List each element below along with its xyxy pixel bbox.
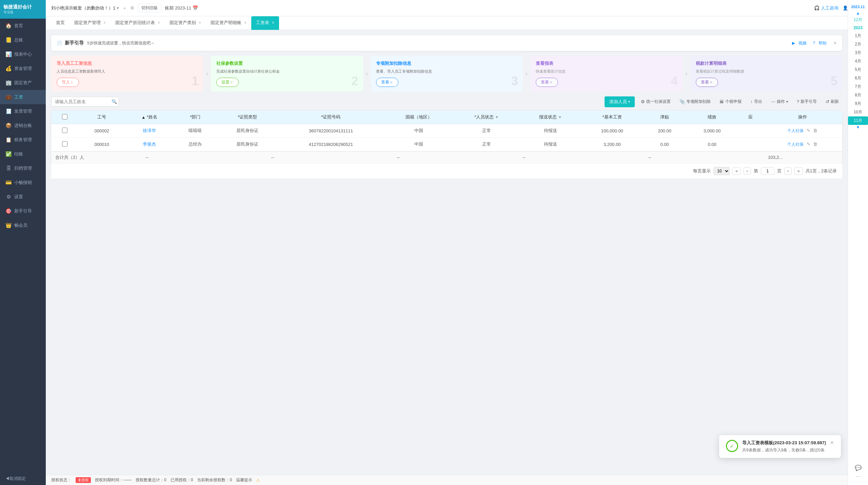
- panel-month-8[interactable]: 8月: [848, 91, 868, 99]
- dropdown-icon[interactable]: ▾: [117, 5, 119, 11]
- ops-edit-icon-1[interactable]: ✎: [807, 142, 810, 147]
- row-checkbox-1[interactable]: [62, 141, 67, 147]
- sidebar-item-member[interactable]: 👑畅会员: [0, 218, 46, 232]
- sidebar-item-funds[interactable]: 💰资金管理: [0, 61, 46, 76]
- add-person-button[interactable]: 添加人员 ▾: [605, 96, 635, 107]
- footer-cell-2: --: [210, 155, 336, 160]
- panel-month-1[interactable]: 1月: [848, 32, 868, 40]
- sidebar-item-home[interactable]: 🏠首页: [0, 19, 46, 33]
- search-input[interactable]: [51, 97, 119, 107]
- tab-固定资产折旧统计表[interactable]: 固定资产折旧统计表×: [111, 16, 165, 30]
- step-card-3: 专项附加扣除信息 查看、导入员工专项附加扣除信息 查看＞ 3: [371, 56, 522, 92]
- tab-close-icon[interactable]: ×: [103, 20, 106, 25]
- tax-report-btn[interactable]: 🏛 个税申报: [716, 97, 745, 107]
- row-checkbox-0[interactable]: [62, 128, 67, 133]
- intro-help-label[interactable]: 帮助: [818, 40, 827, 46]
- tab-工资表[interactable]: 工资表×: [251, 16, 279, 30]
- sidebar-item-settle[interactable]: ✅结账: [0, 147, 46, 161]
- tab-固定资产类别[interactable]: 固定资产类别×: [165, 16, 206, 30]
- ops-delete-icon-1[interactable]: 🗑: [813, 142, 817, 147]
- sidebar-item-expense[interactable]: 💳小畅报销: [0, 175, 46, 190]
- th-status-filter[interactable]: ▼: [495, 115, 499, 119]
- tab-固定资产明细账[interactable]: 固定资产明细账×: [206, 16, 251, 30]
- calendar-icon[interactable]: 📅: [193, 5, 198, 11]
- first-page-btn[interactable]: «: [732, 167, 741, 175]
- add-icon[interactable]: ＋: [122, 5, 127, 11]
- next-page-btn[interactable]: ›: [784, 167, 792, 175]
- sidebar-item-invoices[interactable]: 🧾发票管理: [0, 104, 46, 118]
- panel-month-5[interactable]: 5月: [848, 66, 868, 74]
- sidebar-item-settings[interactable]: ⚙设置: [0, 190, 46, 204]
- step-btn-1[interactable]: 导入＞: [57, 78, 79, 87]
- ops-social-0[interactable]: 个人社保: [787, 128, 804, 133]
- sidebar-item-payroll[interactable]: 💼工资: [0, 90, 46, 104]
- settings-icon[interactable]: ⚙: [130, 5, 134, 11]
- sidebar-item-tax[interactable]: 📋税务管理: [0, 133, 46, 147]
- panel-month-4[interactable]: 4月: [848, 57, 868, 66]
- panel-month-9[interactable]: 9月: [848, 99, 868, 108]
- ops-edit-icon-0[interactable]: ✎: [807, 128, 810, 133]
- panel-expand-icon[interactable]: ⋯: [855, 473, 861, 480]
- sidebar-item-reports[interactable]: 📊报表中心: [0, 47, 46, 61]
- step-btn-2[interactable]: 设置＞: [216, 78, 239, 87]
- operations-btn[interactable]: ⋯ 操作 ▾: [768, 97, 791, 107]
- tab-close-icon[interactable]: ×: [199, 20, 201, 25]
- panel-month-2[interactable]: 2月: [848, 40, 868, 49]
- sidebar-item-assets[interactable]: 🏢固定资产: [0, 76, 46, 90]
- sidebar-item-ledger[interactable]: 📒总账: [0, 33, 46, 47]
- ops-social-1[interactable]: 个人社保: [787, 142, 804, 147]
- version-btn[interactable]: 切到旧版: [138, 4, 161, 12]
- tab-close-icon[interactable]: ×: [272, 20, 274, 25]
- special-deduction-btn[interactable]: 📎 专项附加扣除: [676, 97, 714, 107]
- sidebar-label-reports: 报表中心: [14, 51, 32, 57]
- th-report-status-filter[interactable]: ▼: [558, 115, 562, 119]
- td-name-1[interactable]: 李俊杰: [125, 137, 174, 151]
- panel-month-10[interactable]: 10月: [848, 108, 868, 116]
- panel-month-6[interactable]: 6月: [848, 74, 868, 82]
- intro-close-icon[interactable]: ✕: [833, 41, 837, 45]
- cancel-pin[interactable]: ◀取消固定: [0, 472, 46, 485]
- tab-首页[interactable]: 首页: [51, 16, 70, 30]
- toast-close-icon[interactable]: ✕: [830, 440, 834, 445]
- panel-feedback-icon[interactable]: 💬: [855, 465, 862, 471]
- tab-close-icon[interactable]: ×: [244, 20, 246, 25]
- sidebar-item-inventory[interactable]: 📦进销台账: [0, 118, 46, 133]
- th-apply: 应: [738, 111, 763, 124]
- th-name[interactable]: ▲*姓名: [125, 111, 174, 124]
- panel-down-arrow[interactable]: ▼: [856, 125, 860, 130]
- help-btn[interactable]: 🎧 人工咨询: [814, 5, 839, 11]
- search-icon[interactable]: 🔍: [112, 99, 117, 104]
- prev-page-btn[interactable]: ‹: [744, 167, 751, 175]
- td-id-type-0: 居民身份证: [217, 124, 278, 137]
- export-btn[interactable]: ↑ 导出: [747, 97, 766, 107]
- step-btn-3[interactable]: 查看＞: [376, 78, 398, 87]
- page-input[interactable]: [761, 167, 774, 175]
- logo-sub: 专业版: [3, 10, 32, 15]
- social-security-btn[interactable]: ⚙ 统一社保设置: [637, 97, 674, 107]
- ops-delete-icon-0[interactable]: 🗑: [813, 128, 817, 133]
- panel-month-year[interactable]: 2023: [848, 24, 868, 32]
- sidebar-item-archive[interactable]: 🗄归档管理: [0, 161, 46, 175]
- panel-month-3[interactable]: 3月: [848, 49, 868, 57]
- sidebar-item-newbie[interactable]: 🎯新手引导: [0, 204, 46, 218]
- settings-icon: ⚙: [5, 194, 12, 200]
- panel-month-12[interactable]: 12月: [848, 16, 868, 24]
- table-footer: 合计共（2）人 -- -- -- -- -- 103,2...: [51, 151, 842, 163]
- tab-固定资产管理[interactable]: 固定资产管理×: [70, 16, 111, 30]
- td-apply-1: [738, 137, 763, 151]
- panel-up-arrow[interactable]: ▲: [856, 11, 860, 16]
- refresh-btn[interactable]: ↺ 刷新: [822, 97, 842, 107]
- panel-month-7[interactable]: 7月: [848, 82, 868, 91]
- intro-video-label[interactable]: 视频: [798, 40, 807, 46]
- step-btn-4[interactable]: 查看＞: [536, 78, 558, 87]
- td-ops-0: 个人社保 ✎ 🗑: [763, 124, 842, 137]
- last-page-btn[interactable]: »: [794, 167, 803, 175]
- step-btn-5[interactable]: 查看＞: [696, 78, 718, 87]
- tab-close-icon[interactable]: ×: [158, 20, 160, 25]
- select-all-checkbox[interactable]: [62, 114, 67, 119]
- panel-month-11[interactable]: 11月: [848, 116, 868, 125]
- step-title-4: 查看报表: [536, 60, 677, 67]
- td-name-0[interactable]: 徐泽华: [125, 124, 174, 137]
- per-page-select[interactable]: 10 20 50: [713, 167, 730, 175]
- new-guide-btn[interactable]: ? 新手引导: [793, 97, 820, 107]
